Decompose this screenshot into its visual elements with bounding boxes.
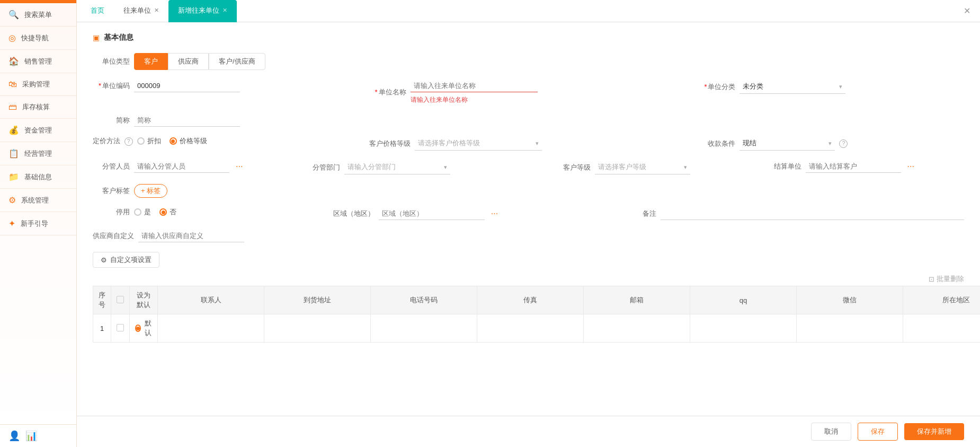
row-region-input[interactable]	[908, 322, 980, 335]
payment-condition-label: 收款条件	[698, 139, 735, 148]
unit-type-customer[interactable]: 客户	[134, 53, 168, 70]
remark-label: 备注	[619, 209, 656, 218]
batch-delete-label[interactable]: 批量删除	[937, 274, 964, 284]
email-input[interactable]	[589, 322, 684, 335]
disabled-field: 停用 是 否	[93, 207, 323, 217]
cell-seq: 1	[93, 314, 111, 343]
disabled-no[interactable]: 否	[159, 207, 176, 217]
no-radio[interactable]	[159, 208, 167, 216]
unit-type-supplier[interactable]: 供应商	[168, 53, 209, 70]
unit-type-both[interactable]: 客户/供应商	[209, 53, 265, 70]
manager-input[interactable]	[134, 160, 229, 173]
remark-input[interactable]	[661, 207, 964, 220]
guide-icon: ✦	[8, 218, 15, 229]
sidebar-item-system[interactable]: ⚙ 系统管理	[0, 189, 76, 212]
add-tag-label: + 标签	[141, 186, 161, 196]
pricing-help-icon[interactable]: ?	[124, 137, 133, 146]
cell-phone[interactable]	[371, 314, 477, 343]
short-name-field: 简称	[93, 114, 362, 127]
tab-new-partner-close[interactable]: ✕	[222, 7, 227, 14]
cell-region[interactable]	[903, 314, 981, 343]
sidebar-item-purchase[interactable]: 🛍 采购管理	[0, 73, 76, 96]
unit-type-row: 单位类型 客户 供应商 客户/供应商	[93, 53, 964, 70]
manager-row: 分管人员 ··· 分管部门 请输入分管部门 ▾ 客户等级 请选择客户等级 ▾ 结…	[93, 160, 964, 174]
supplier-custom-input[interactable]	[138, 230, 244, 242]
batch-delete-bar: ⊡ 批量删除	[93, 274, 964, 284]
yes-radio[interactable]	[134, 208, 141, 216]
wechat-input[interactable]	[802, 322, 897, 335]
tab-partners[interactable]: 往来单位 ✕	[114, 0, 168, 22]
customer-level-select[interactable]: 请选择客户等级 ▾	[595, 160, 690, 174]
payment-help-icon[interactable]: ?	[839, 139, 848, 148]
sidebar-item-finance[interactable]: 💰 资金管理	[0, 119, 76, 142]
price-level-radio[interactable]	[170, 137, 177, 145]
cell-address[interactable]	[264, 314, 371, 343]
dept-placeholder: 请输入分管部门	[348, 162, 441, 172]
sidebar-item-operation[interactable]: 📋 经营管理	[0, 142, 76, 165]
sidebar-item-base[interactable]: 📁 基础信息	[0, 165, 76, 189]
settlement-unit-input[interactable]	[806, 160, 901, 173]
custom-settings-button[interactable]: ⚙ 自定义项设置	[93, 252, 159, 268]
tab-new-partner-label: 新增往来单位	[178, 6, 219, 15]
table-header-row: 序号 设为默认 联系人 到货地址 电话号码 传真 邮箱 qq 微信 所在地区 操…	[93, 286, 981, 314]
save-button[interactable]: 保存	[858, 423, 898, 441]
save-new-button[interactable]: 保存并新增	[904, 423, 964, 440]
cell-checkbox[interactable]	[111, 314, 130, 343]
tab-partners-close[interactable]: ✕	[154, 7, 159, 14]
sidebar-item-search[interactable]: 🔍 搜索菜单	[0, 3, 76, 27]
manager-label: 分管人员	[93, 162, 130, 171]
customer-tag-field: 客户标签 + 标签	[93, 184, 964, 198]
col-qq: qq	[690, 286, 797, 314]
region-more-btn[interactable]: ···	[489, 209, 500, 218]
short-name-label: 简称	[93, 116, 130, 125]
col-region: 所在地区	[903, 286, 981, 314]
unit-category-select[interactable]: 未分类 ▾	[740, 80, 845, 94]
settlement-more-btn[interactable]: ···	[905, 162, 916, 171]
region-input[interactable]	[379, 207, 485, 220]
system-icon: ⚙	[8, 195, 16, 205]
qq-input[interactable]	[696, 322, 791, 335]
sidebar-item-guide[interactable]: ✦ 新手引导	[0, 212, 76, 235]
short-name-input[interactable]	[134, 114, 240, 127]
select-all-checkbox[interactable]	[117, 296, 124, 303]
sidebar-item-sales[interactable]: 🏠 销售管理	[0, 50, 76, 73]
row-checkbox[interactable]	[117, 324, 124, 331]
cell-contact[interactable]	[158, 314, 264, 343]
unit-code-input[interactable]	[134, 80, 240, 92]
default-radio[interactable]	[135, 325, 141, 332]
tab-new-partner[interactable]: 新增往来单位 ✕	[168, 0, 237, 22]
close-all-tabs[interactable]: ✕	[958, 6, 976, 16]
pricing-price-level[interactable]: 价格等级	[170, 136, 207, 146]
fax-input[interactable]	[483, 322, 578, 335]
tab-home[interactable]: 首页	[81, 0, 114, 22]
payment-condition-select[interactable]: 现结 ▾	[740, 136, 835, 151]
chart-icon[interactable]: 📊	[25, 430, 37, 442]
disabled-yes[interactable]: 是	[134, 207, 151, 217]
add-tag-button[interactable]: + 标签	[134, 184, 167, 198]
discount-radio[interactable]	[137, 137, 145, 145]
cell-email[interactable]	[584, 314, 690, 343]
sidebar-item-label: 快捷导航	[21, 33, 49, 43]
sales-icon: 🏠	[8, 56, 19, 66]
sidebar-item-quicknav[interactable]: ◎ 快捷导航	[0, 27, 76, 50]
contact-input[interactable]	[163, 322, 259, 335]
cell-fax[interactable]	[477, 314, 584, 343]
customer-price-level-select[interactable]: 请选择客户价格等级 ▾	[415, 136, 542, 151]
chevron-down-icon3: ▾	[828, 140, 832, 147]
unit-name-input[interactable]	[411, 80, 538, 92]
cell-qq[interactable]	[690, 314, 797, 343]
address-input[interactable]	[270, 322, 365, 335]
manager-more-btn[interactable]: ···	[234, 162, 245, 171]
dept-label: 分管部门	[303, 163, 340, 172]
section-icon: ▣	[93, 33, 100, 42]
sidebar-item-inventory[interactable]: 🗃 库存核算	[0, 96, 76, 119]
cancel-button[interactable]: 取消	[811, 423, 851, 441]
default-radio-item[interactable]: 默认	[135, 319, 152, 338]
cell-wechat[interactable]	[797, 314, 903, 343]
pricing-discount[interactable]: 折扣	[137, 136, 161, 146]
user-icon[interactable]: 👤	[8, 430, 20, 442]
tab-home-label: 首页	[91, 6, 104, 15]
dept-select[interactable]: 请输入分管部门 ▾	[344, 160, 450, 174]
phone-input[interactable]	[376, 322, 471, 335]
region-field: 区域（地区） ···	[333, 207, 609, 220]
